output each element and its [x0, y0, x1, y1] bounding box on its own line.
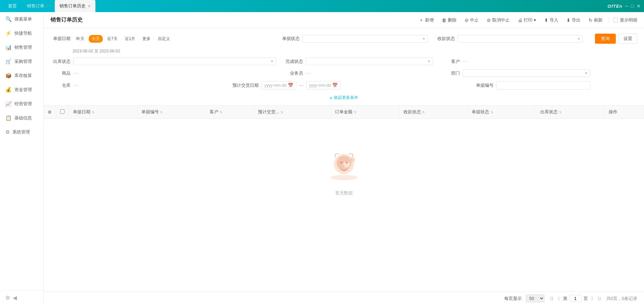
delivery-date-end[interactable]: yyyy-mm-dd 📅 [306, 81, 341, 89]
tab-home[interactable]: 首页 [3, 0, 22, 12]
filter-group-order-status: 单据状态 ▾ [280, 35, 428, 43]
order-status-chevron: ▾ [423, 37, 425, 41]
sidebar-item-system[interactable]: ⚙ 系统管理 [0, 125, 43, 139]
close-sales-order-tab[interactable]: ✕ [46, 4, 49, 8]
settings-button[interactable]: 设置 [618, 34, 637, 44]
close-app-btn[interactable]: ✕ [637, 3, 641, 9]
date-tab-1month[interactable]: 近1月 [122, 35, 138, 43]
th-receipt-status[interactable]: 收款状态 ⇅ [399, 106, 468, 119]
print-label: 打印 [524, 17, 532, 23]
department-select[interactable]: ▾ [463, 69, 590, 77]
salesperson-ellipsis[interactable]: ··· [306, 70, 311, 76]
sidebar-item-finance-label: 资金管理 [14, 87, 32, 93]
customer-ellipsis[interactable]: ··· [463, 59, 468, 65]
tab-sales-order-history[interactable]: 销售订单历史 ✕ [55, 0, 95, 12]
sidebar-item-operations[interactable]: 📈 经营管理 [0, 97, 43, 111]
last-page-btn[interactable]: ⟩⟩ [596, 295, 602, 302]
sidebar-item-search-menu[interactable]: 🔍 搜索菜单 [0, 12, 43, 26]
th-order-status[interactable]: 单据状态 ⇅ [468, 106, 536, 119]
display-toggle[interactable]: 显示明细 [613, 17, 637, 23]
warehouse-ellipsis[interactable]: ··· [73, 82, 79, 88]
sidebar-settings-icon[interactable]: ⚙ [5, 295, 10, 301]
cancel-stop-button[interactable]: ⊘ 取消中止 [485, 16, 512, 25]
base-info-icon: 📋 [5, 115, 12, 121]
product-ellipsis[interactable]: ··· [73, 70, 79, 76]
order-number-control [496, 81, 590, 89]
th-settings[interactable]: ⚙ [44, 106, 56, 119]
page-number-input[interactable] [569, 295, 582, 302]
prev-page-btn[interactable]: ⟨ [557, 295, 561, 302]
sidebar-item-purchase-mgmt[interactable]: 🛒 采购管理 [0, 54, 43, 69]
sidebar: 🔍 搜索菜单 ⚡ 快捷导航 📊 销售管理 🛒 采购管理 📦 库存核算 💰 资金管… [0, 12, 44, 305]
th-warehouse-status[interactable]: 出库状态 ⇅ [536, 106, 605, 119]
print-dropdown-icon[interactable]: ▾ [534, 17, 536, 23]
date-tab-7days[interactable]: 近7天 [104, 35, 121, 43]
warehouse-label: 仓库 [50, 82, 71, 88]
th-date-sort[interactable]: ⇅ [92, 110, 94, 114]
new-button[interactable]: ＋ 新增 [417, 16, 436, 25]
collapse-bar[interactable]: ∧ 收起更多条件 [50, 93, 637, 102]
th-customer-sort[interactable]: ⇅ [220, 110, 222, 114]
th-number-sort[interactable]: ⇅ [160, 110, 163, 114]
query-button[interactable]: 查询 [595, 34, 616, 44]
receipt-status-select[interactable]: ▾ [458, 35, 583, 43]
th-order-sort[interactable]: ⇅ [490, 110, 493, 114]
th-date-label: 单据日期 [73, 109, 90, 114]
filter-group-salesperson: 业务员 ··· [283, 70, 433, 76]
th-amount[interactable]: 订单金额 ⇅ [331, 106, 399, 119]
settings-gear-icon[interactable]: ⚙ [48, 110, 52, 115]
th-date[interactable]: 单据日期 ⇅ [69, 106, 137, 119]
maximize-btn[interactable]: □ [631, 3, 634, 9]
receipt-status-chevron: ▾ [578, 37, 580, 41]
filter-group-complete-status: 完成状态 ▾ [283, 58, 433, 65]
minimize-btn[interactable]: ─ [625, 3, 629, 9]
th-warehouse-status-label: 出库状态 [540, 109, 558, 114]
delete-button[interactable]: 🗑 删除 [440, 16, 459, 25]
refresh-button[interactable]: ↻ 刷新 [587, 16, 605, 25]
date-tab-yesterday[interactable]: 昨天 [73, 35, 87, 43]
sidebar-item-quick-nav[interactable]: ⚡ 快捷导航 [0, 26, 43, 40]
delivery-date-start[interactable]: yyyy-mm-dd 📅 [261, 81, 296, 89]
first-page-btn[interactable]: ⟨⟨ [549, 295, 555, 302]
sidebar-item-sales-mgmt[interactable]: 📊 销售管理 [0, 40, 43, 54]
filter-group-delivery-date: 预计交货日期 yyyy-mm-dd 📅 — yyyy-mm-dd 📅 [232, 81, 466, 89]
th-delivery[interactable]: 预计交货... ⇅ [254, 106, 331, 119]
inventory-icon: 📦 [5, 73, 12, 79]
sidebar-item-base-info[interactable]: 📋 基础信息 [0, 111, 43, 125]
next-page-btn[interactable]: ⟩ [590, 295, 594, 302]
complete-status-select[interactable]: ▾ [306, 58, 433, 65]
warehouse-status-select[interactable]: ▾ [73, 58, 276, 65]
order-number-input[interactable] [496, 81, 590, 89]
order-status-label: 单据状态 [280, 36, 300, 42]
delivery-date-start-calendar[interactable]: 📅 [288, 83, 293, 88]
select-all-checkbox[interactable] [60, 109, 65, 114]
th-customer[interactable]: 客户 ⇅ [206, 106, 254, 119]
page-nav: ⟨⟨ ⟨ 第 页 ⟩ ⟩⟩ [549, 295, 602, 302]
th-actions: 操作 [604, 106, 644, 119]
th-amount-sort[interactable]: ⇅ [354, 110, 356, 114]
display-toggle-checkbox[interactable] [613, 18, 618, 23]
sidebar-item-inventory[interactable]: 📦 库存核算 [0, 69, 43, 83]
order-status-select[interactable]: ▾ [302, 35, 428, 43]
sidebar-collapse-icon[interactable]: ◀ [13, 295, 17, 301]
delivery-date-end-calendar[interactable]: 📅 [332, 83, 338, 88]
tab-sales-order[interactable]: 销售订单 ✕ [22, 0, 54, 12]
th-warehouse-sort[interactable]: ⇅ [559, 110, 562, 114]
date-tab-custom[interactable]: 自定义 [155, 35, 173, 43]
close-sales-order-history-tab[interactable]: ✕ [88, 4, 91, 8]
export-button[interactable]: ⬇ 导出 [564, 16, 583, 25]
customer-control: ··· [463, 59, 590, 65]
stop-button[interactable]: ⊘ 中止 [463, 16, 481, 25]
th-checkbox[interactable] [56, 106, 69, 119]
date-tab-today[interactable]: 今天 [89, 35, 103, 43]
th-delivery-sort[interactable]: ⇅ [281, 110, 283, 114]
sidebar-item-finance[interactable]: 💰 资金管理 [0, 83, 43, 97]
date-tab-more[interactable]: 更多 [139, 35, 154, 43]
print-button[interactable]: 🖨 打印 ▾ [516, 16, 538, 25]
filter-row-3: 商品 ··· 业务员 ··· 部门 ▾ [50, 69, 637, 77]
th-number[interactable]: 单据编号 ⇅ [137, 106, 206, 119]
import-button[interactable]: ⬆ 导入 [542, 16, 560, 25]
page-size-select[interactable]: 20 50 100 [526, 295, 545, 302]
toolbar-divider [609, 17, 609, 23]
th-receipt-sort[interactable]: ⇅ [422, 110, 425, 114]
